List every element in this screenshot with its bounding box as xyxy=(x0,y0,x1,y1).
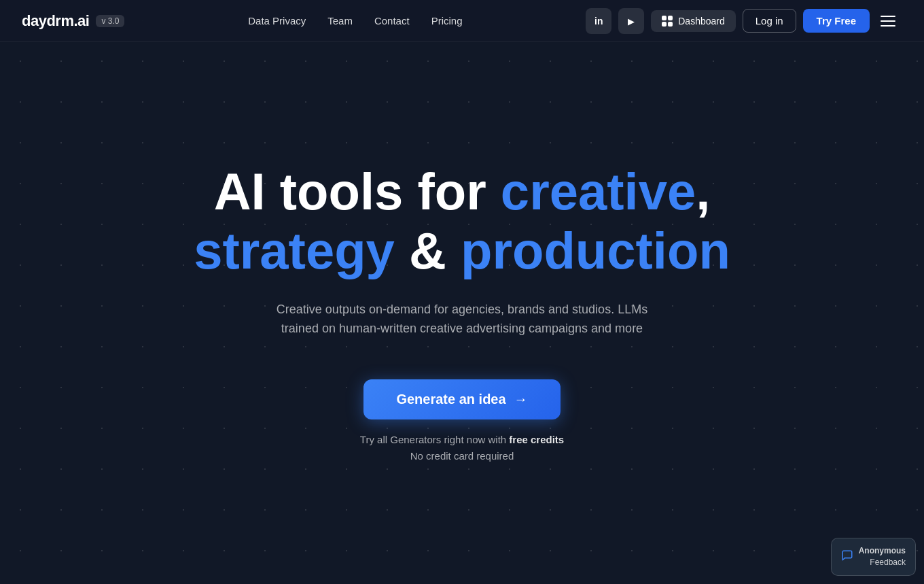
hero-title-comma: , xyxy=(696,162,710,220)
hero-title: AI tools for creative, strategy & produc… xyxy=(194,162,730,281)
hamburger-line-2 xyxy=(881,20,895,22)
cta-subtext: Try all Generators right now with free c… xyxy=(360,432,564,464)
cta-prefix: Try all Generators right now with xyxy=(360,434,510,445)
hero-title-production: production xyxy=(461,222,730,279)
feedback-text: Anonymous Feedback xyxy=(859,545,906,568)
linkedin-icon: in xyxy=(594,16,603,27)
nav-link-data-privacy[interactable]: Data Privacy xyxy=(248,15,306,27)
nav-link-pricing[interactable]: Pricing xyxy=(431,15,463,27)
arrow-right-icon: → xyxy=(514,392,528,407)
hero-title-creative: creative xyxy=(501,162,696,220)
dashboard-label: Dashboard xyxy=(678,16,725,27)
hero-title-strategy: strategy xyxy=(194,222,395,279)
hamburger-line-3 xyxy=(881,25,895,27)
dashboard-button[interactable]: Dashboard xyxy=(651,10,736,32)
anonymous-feedback-widget[interactable]: Anonymous Feedback xyxy=(831,538,916,576)
hero-section: AI tools for creative, strategy & produc… xyxy=(0,42,924,584)
navbar: daydrm.ai v 3.0 Data Privacy Team Contac… xyxy=(0,0,924,42)
cta-section: Generate an idea → Try all Generators ri… xyxy=(360,379,564,464)
dashboard-grid-icon xyxy=(662,16,673,27)
feedback-line2: Feedback xyxy=(859,557,906,568)
generate-idea-button[interactable]: Generate an idea → xyxy=(363,379,560,419)
generate-idea-label: Generate an idea xyxy=(396,392,505,407)
linkedin-button[interactable]: in xyxy=(586,8,611,34)
cta-free-credits: free credits xyxy=(509,434,564,445)
nav-actions: in Dashboard Log in Try Free xyxy=(586,8,902,34)
feedback-line1: Anonymous xyxy=(859,545,906,557)
nav-link-team[interactable]: Team xyxy=(327,15,353,27)
feedback-icon xyxy=(841,549,853,564)
version-badge: v 3.0 xyxy=(96,15,124,27)
youtube-button[interactable] xyxy=(618,8,644,34)
hamburger-line-1 xyxy=(881,16,895,17)
nav-links: Data Privacy Team Contact Pricing xyxy=(248,15,462,27)
login-button[interactable]: Log in xyxy=(743,9,796,33)
cta-no-credit-card: No credit card required xyxy=(360,448,564,464)
try-free-button[interactable]: Try Free xyxy=(803,9,870,33)
hero-title-part1: AI tools for xyxy=(214,162,501,220)
youtube-icon xyxy=(628,15,635,27)
nav-link-contact[interactable]: Contact xyxy=(374,15,410,27)
nav-logo-area: daydrm.ai v 3.0 xyxy=(22,12,124,30)
hero-subtitle: Creative outputs on-demand for agencies,… xyxy=(272,300,652,339)
hero-title-ampersand: & xyxy=(395,222,461,279)
hamburger-menu-button[interactable] xyxy=(876,8,902,34)
logo: daydrm.ai xyxy=(22,12,89,30)
